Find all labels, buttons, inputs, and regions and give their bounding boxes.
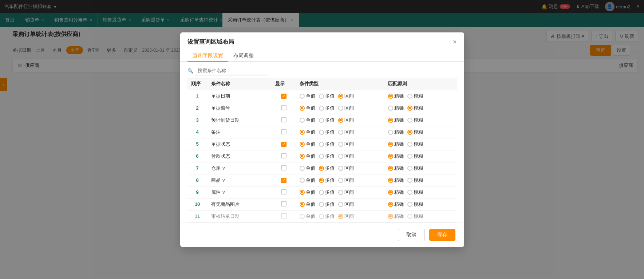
type-radio-单值[interactable]: 单值: [300, 213, 315, 220]
row-type-options: 单值多值区间: [296, 114, 384, 126]
type-radio-区间[interactable]: 区间: [338, 177, 354, 184]
modal-footer: 取消 保存: [180, 223, 464, 247]
type-radio-多值[interactable]: 多值: [319, 189, 335, 196]
table-row: 11审核结单日期单值多值区间精确模糊: [187, 210, 457, 222]
match-radio-模糊[interactable]: 模糊: [407, 201, 423, 208]
modal-table-wrapper: 顺序 条件名称 显示 条件类型 匹配原则 1单据日期单值多值区间精确模糊2单据编…: [180, 78, 464, 223]
type-radio-区间[interactable]: 区间: [338, 165, 354, 172]
row-show-checkbox[interactable]: [272, 198, 296, 210]
type-radio-单值[interactable]: 单值: [300, 117, 315, 123]
row-show-checkbox[interactable]: [272, 150, 296, 162]
row-match-options: 精确模糊: [384, 174, 457, 186]
type-radio-多值[interactable]: 多值: [319, 165, 335, 172]
row-show-checkbox[interactable]: [272, 138, 296, 150]
modal-close-button[interactable]: ×: [453, 39, 457, 45]
modal-title: 设置查询区域布局: [187, 38, 234, 46]
type-radio-单值[interactable]: 单值: [300, 105, 315, 111]
type-radio-区间[interactable]: 区间: [338, 153, 354, 160]
type-radio-区间[interactable]: 区间: [338, 117, 354, 123]
modal-tab-layout[interactable]: 布局调整: [228, 50, 259, 62]
match-radio-模糊[interactable]: 模糊: [407, 105, 423, 111]
row-show-checkbox[interactable]: [272, 90, 296, 102]
modal-tab-query[interactable]: 查询字段设置: [187, 50, 228, 62]
row-order: 10: [187, 198, 208, 210]
match-radio-精确[interactable]: 精确: [388, 93, 404, 99]
match-radio-精确[interactable]: 精确: [388, 165, 404, 172]
match-radio-精确[interactable]: 精确: [388, 201, 404, 208]
type-radio-区间[interactable]: 区间: [338, 201, 354, 208]
match-radio-精确[interactable]: 精确: [388, 141, 404, 148]
table-row: 6付款状态单值多值区间精确模糊: [187, 150, 457, 162]
row-match-options: 精确模糊: [384, 114, 457, 126]
type-radio-单值[interactable]: 单值: [300, 165, 315, 172]
row-name: 属性 ∨: [208, 186, 272, 198]
type-radio-多值[interactable]: 多值: [319, 177, 335, 184]
row-show-checkbox[interactable]: [272, 126, 296, 138]
type-radio-区间[interactable]: 区间: [338, 213, 354, 220]
type-radio-区间[interactable]: 区间: [338, 93, 354, 99]
type-radio-单值[interactable]: 单值: [300, 189, 315, 196]
type-radio-单值[interactable]: 单值: [300, 93, 315, 99]
type-radio-区间[interactable]: 区间: [338, 189, 354, 196]
search-icon: 🔍: [187, 68, 193, 74]
type-radio-多值[interactable]: 多值: [319, 105, 335, 111]
type-radio-多值[interactable]: 多值: [319, 153, 335, 160]
match-radio-模糊[interactable]: 模糊: [407, 129, 423, 135]
save-button[interactable]: 保存: [429, 229, 455, 241]
row-name: 有无商品图片: [208, 198, 272, 210]
match-radio-模糊[interactable]: 模糊: [407, 141, 423, 148]
type-radio-多值[interactable]: 多值: [319, 117, 335, 123]
row-match-options: 精确模糊: [384, 102, 457, 114]
row-show-checkbox[interactable]: [272, 114, 296, 126]
type-radio-多值[interactable]: 多值: [319, 93, 335, 99]
row-match-options: 精确模糊: [384, 186, 457, 198]
table-row: 8商品 ∨单值多值区间精确模糊: [187, 174, 457, 186]
type-radio-单值[interactable]: 单值: [300, 141, 315, 148]
modal-tabs: 查询字段设置 布局调整: [180, 46, 464, 62]
match-radio-精确[interactable]: 精确: [388, 177, 404, 184]
match-radio-模糊[interactable]: 模糊: [407, 153, 423, 160]
table-row: 7仓库 ∨单值多值区间精确模糊: [187, 162, 457, 174]
type-radio-多值[interactable]: 多值: [319, 201, 335, 208]
type-radio-区间[interactable]: 区间: [338, 141, 354, 148]
type-radio-单值[interactable]: 单值: [300, 177, 315, 184]
type-radio-多值[interactable]: 多值: [319, 129, 335, 135]
row-match-options: 精确模糊: [384, 150, 457, 162]
match-radio-精确[interactable]: 精确: [388, 213, 404, 220]
row-order: 1: [187, 90, 208, 102]
th-match: 匹配原则: [384, 78, 457, 90]
cancel-button[interactable]: 取消: [398, 229, 425, 241]
row-show-checkbox[interactable]: [272, 102, 296, 114]
type-radio-区间[interactable]: 区间: [338, 129, 354, 135]
type-radio-区间[interactable]: 区间: [338, 105, 354, 111]
match-radio-模糊[interactable]: 模糊: [407, 117, 423, 123]
match-radio-模糊[interactable]: 模糊: [407, 189, 423, 196]
match-radio-模糊[interactable]: 模糊: [407, 165, 423, 172]
row-show-checkbox[interactable]: [272, 162, 296, 174]
match-radio-精确[interactable]: 精确: [388, 105, 404, 111]
search-input[interactable]: [195, 66, 268, 75]
match-radio-精确[interactable]: 精确: [388, 129, 404, 135]
type-radio-单值[interactable]: 单值: [300, 129, 315, 135]
row-show-checkbox[interactable]: [272, 210, 296, 222]
type-radio-多值[interactable]: 多值: [319, 141, 335, 148]
match-radio-模糊[interactable]: 模糊: [407, 213, 423, 220]
type-radio-单值[interactable]: 单值: [300, 153, 315, 160]
table-row: 10有无商品图片单值多值区间精确模糊: [187, 198, 457, 210]
match-radio-精确[interactable]: 精确: [388, 153, 404, 160]
type-radio-单值[interactable]: 单值: [300, 201, 315, 208]
match-radio-模糊[interactable]: 模糊: [407, 93, 423, 99]
match-radio-精确[interactable]: 精确: [388, 117, 404, 123]
row-show-checkbox[interactable]: [272, 174, 296, 186]
match-radio-模糊[interactable]: 模糊: [407, 177, 423, 184]
table-row: 4备注单值多值区间精确模糊: [187, 126, 457, 138]
row-order: 11: [187, 210, 208, 222]
row-match-options: 精确模糊: [384, 198, 457, 210]
modal-header: 设置查询区域布局 ×: [180, 32, 464, 46]
match-radio-精确[interactable]: 精确: [388, 189, 404, 196]
type-radio-多值[interactable]: 多值: [319, 213, 335, 220]
row-show-checkbox[interactable]: [272, 186, 296, 198]
row-match-options: 精确模糊: [384, 138, 457, 150]
row-name: 单据编号: [208, 102, 272, 114]
th-order: 顺序: [187, 78, 208, 90]
